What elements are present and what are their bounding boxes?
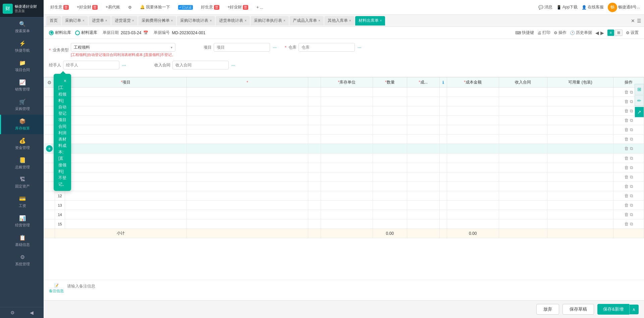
project-input[interactable] xyxy=(214,43,270,52)
copy-row-btn[interactable]: ⧉ xyxy=(630,184,633,189)
nav-haoshengyi2[interactable]: 好生意普 xyxy=(198,3,222,11)
tab-purchase-expense[interactable]: 采购费用分摊单 × xyxy=(138,16,176,25)
cell-available[interactable] xyxy=(547,97,613,106)
cell-unit[interactable] xyxy=(321,135,373,144)
right-icon-3[interactable]: ↗ xyxy=(635,107,644,117)
save-draft-btn[interactable]: 保存草稿 xyxy=(562,304,594,315)
save-new-arrow-btn[interactable]: ∧ xyxy=(629,305,639,314)
active-project-input[interactable] xyxy=(67,146,184,151)
cell-available[interactable] xyxy=(547,135,613,144)
nav-haoshengyi[interactable]: 好生意普 xyxy=(48,3,71,11)
copy-row-btn[interactable]: ⧉ xyxy=(630,212,633,217)
cell-project[interactable] xyxy=(65,97,187,106)
nav-more[interactable]: + ... xyxy=(254,4,266,11)
delete-row-btn[interactable]: 🗑 xyxy=(624,137,629,142)
handler-dots-btn[interactable]: ··· xyxy=(122,62,126,68)
copy-row-btn[interactable]: ⧉ xyxy=(630,118,633,123)
cell-cost-amount[interactable] xyxy=(447,106,499,116)
table-settings-icon[interactable]: ⚙ xyxy=(47,80,52,85)
sidebar-item-management[interactable]: 📊 经营管理 xyxy=(0,212,44,231)
cell-unit[interactable] xyxy=(321,88,373,97)
tab-order-exec[interactable]: 采购订单执行表 × xyxy=(251,16,289,25)
copy-row-btn[interactable]: ⧉ xyxy=(630,146,633,151)
nav-yidaizhang[interactable]: +易代账 xyxy=(103,3,123,11)
cell-spec[interactable] xyxy=(308,125,321,135)
discard-btn[interactable]: 放弃 xyxy=(536,304,559,315)
next-arrow[interactable]: ▶ xyxy=(600,30,604,36)
cell-cost[interactable] xyxy=(407,144,439,154)
close-tab-other-in[interactable]: × xyxy=(349,19,351,22)
sidebar-item-sales[interactable]: 📈 销售管理 xyxy=(0,76,44,95)
cell-project[interactable] xyxy=(65,116,187,125)
cell-spec[interactable] xyxy=(308,135,321,144)
cell-material[interactable] xyxy=(186,125,308,135)
cell-unit[interactable] xyxy=(321,144,373,154)
nav-settings-gear[interactable]: ⚙ xyxy=(125,4,135,11)
tab-other-in[interactable]: 其他入库单 × xyxy=(324,16,355,25)
cell-available[interactable] xyxy=(547,106,613,116)
cell-income-contract[interactable] xyxy=(499,88,547,97)
sidebar-item-basic[interactable]: 📋 基础信息 xyxy=(0,231,44,251)
tooltip-close-btn[interactable]: × xyxy=(64,77,66,85)
notes-textarea[interactable] xyxy=(67,283,639,297)
copy-row-btn[interactable]: ⧉ xyxy=(630,174,633,180)
cell-quantity[interactable] xyxy=(373,97,407,106)
sidebar-item-quick-nav[interactable]: ⚡ 快捷导航 xyxy=(0,37,44,56)
delete-row-btn[interactable]: 🗑 xyxy=(624,118,629,123)
copy-row-btn[interactable]: ⧉ xyxy=(630,203,633,208)
cell-cost[interactable] xyxy=(407,88,439,97)
cell-cost-amount[interactable] xyxy=(447,144,499,154)
print-btn[interactable]: 🖨 打印 xyxy=(537,30,550,36)
delete-row-btn[interactable]: 🗑 xyxy=(624,165,629,170)
cell-income-contract[interactable] xyxy=(499,97,547,106)
warehouse-dots-btn[interactable]: ··· xyxy=(358,45,362,50)
sidebar-item-inventory[interactable]: 📦 库存核算 xyxy=(0,115,44,134)
tab-purchase-stat[interactable]: 采购订单统计表 × xyxy=(177,16,215,25)
save-new-btn[interactable]: 保存&新增 xyxy=(597,304,629,315)
active-material-input[interactable] xyxy=(189,146,306,151)
close-tab-purchase-stat[interactable]: × xyxy=(210,19,212,22)
calendar-icon[interactable]: 📅 xyxy=(143,31,148,35)
close-tab-incoming[interactable]: × xyxy=(105,19,107,22)
delete-row-btn[interactable]: 🗑 xyxy=(624,174,629,180)
nav-haoyecai2[interactable]: +好业财普 xyxy=(225,3,251,11)
cell-material[interactable] xyxy=(186,135,308,144)
copy-row-btn[interactable]: ⧉ xyxy=(630,193,633,199)
handler-input[interactable] xyxy=(63,61,119,69)
sidebar-item-salary[interactable]: 💳 工资 xyxy=(0,192,44,212)
cell-cost[interactable] xyxy=(407,106,439,116)
delete-row-btn[interactable]: 🗑 xyxy=(624,221,629,227)
cell-material[interactable] xyxy=(186,144,308,154)
tab-incoming[interactable]: 进货单 × xyxy=(89,16,111,25)
cell-project[interactable] xyxy=(65,106,187,116)
close-all-btn[interactable]: ✕ xyxy=(631,18,635,23)
cell-available[interactable] xyxy=(547,144,613,154)
cell-available[interactable] xyxy=(547,116,613,125)
settings-form-btn[interactable]: ⚙ 设置 xyxy=(626,30,639,36)
cell-cost[interactable] xyxy=(407,97,439,106)
close-tab-material-out[interactable]: × xyxy=(380,19,382,22)
tab-material-out[interactable]: 材料出库单 × xyxy=(355,16,385,25)
cell-quantity[interactable] xyxy=(373,88,407,97)
cell-cost-amount[interactable] xyxy=(447,88,499,97)
cell-material[interactable] xyxy=(186,154,308,163)
cell-cost-amount[interactable] xyxy=(447,125,499,135)
cell-cost-amount[interactable] xyxy=(447,116,499,125)
close-tab-incoming-return[interactable]: × xyxy=(132,19,134,22)
cell-cost-amount[interactable] xyxy=(447,135,499,144)
cell-cost-amount[interactable] xyxy=(447,97,499,106)
sidebar-item-finance[interactable]: 💰 资金管理 xyxy=(0,134,44,154)
cell-income-contract[interactable] xyxy=(499,125,547,135)
delete-row-btn[interactable]: 🗑 xyxy=(624,193,629,199)
cell-income-contract[interactable] xyxy=(499,135,547,144)
sidebar-item-search[interactable]: 🔍 搜索菜单 xyxy=(0,17,44,37)
cell-spec[interactable] xyxy=(308,106,321,116)
cell-project[interactable] xyxy=(65,88,187,97)
cell-cost[interactable] xyxy=(407,135,439,144)
close-tab-expense[interactable]: × xyxy=(171,19,173,22)
right-icon-1[interactable]: ⊞ xyxy=(635,84,644,95)
tab-incoming-stat[interactable]: 进货单统计表 × xyxy=(216,16,250,25)
cell-project[interactable] xyxy=(65,125,187,135)
nav-haoyecai[interactable]: +好业财普 xyxy=(74,3,100,11)
project-dots-btn[interactable]: ··· xyxy=(273,45,277,50)
